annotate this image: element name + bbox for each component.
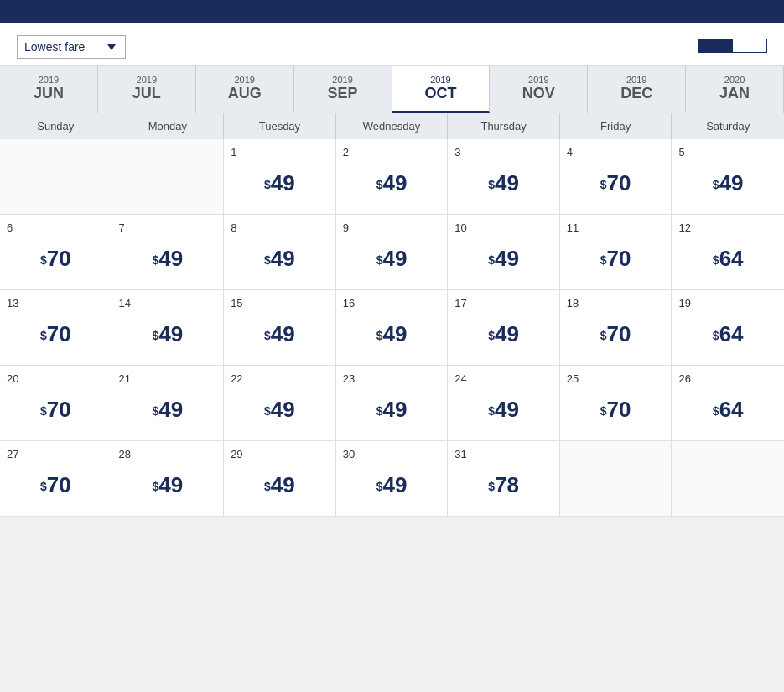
dollar-sign: $	[40, 329, 47, 342]
calendar-day-9[interactable]: 9 $ 49	[336, 215, 449, 290]
calendar-day-14[interactable]: 14 $ 49	[112, 290, 225, 366]
day-price: $ 70	[7, 323, 105, 345]
day-number: 7	[119, 221, 217, 234]
day-number: 14	[119, 297, 217, 310]
price-amount: 49	[158, 247, 183, 269]
tab-month: JUN	[4, 85, 93, 102]
calendar-day-25[interactable]: 25 $ 70	[560, 366, 672, 441]
dollar-sign: $	[264, 253, 271, 267]
points-button[interactable]	[733, 39, 766, 52]
dollar-sign: $	[152, 253, 158, 267]
calendar-day-19[interactable]: 19 $ 64	[672, 290, 784, 366]
price-amount: 70	[47, 474, 71, 496]
calendar-day-17[interactable]: 17 $ 49	[448, 290, 560, 366]
day-price: $ 49	[343, 172, 441, 194]
dollar-sign: $	[376, 404, 383, 418]
day-number: 28	[119, 448, 217, 460]
dollar-sign: $	[152, 329, 158, 342]
month-tab-dec[interactable]: 2019DEC	[588, 66, 686, 113]
day-number: 8	[231, 221, 329, 234]
calendar-day-7[interactable]: 7 $ 49	[112, 215, 225, 290]
calendar-day-22[interactable]: 22 $ 49	[224, 366, 336, 441]
day-number: 9	[343, 221, 441, 234]
day-number: 26	[678, 372, 777, 385]
day-header-thursday: Thursday	[448, 113, 560, 139]
month-tab-jan[interactable]: 2020JAN	[686, 66, 784, 113]
tab-year: 2019	[200, 75, 289, 85]
calendar-day-30[interactable]: 30 $ 49	[336, 441, 449, 517]
month-tab-jul[interactable]: 2019JUL	[98, 66, 196, 113]
day-number: 17	[454, 297, 553, 310]
calendar-day-29[interactable]: 29 $ 49	[224, 441, 336, 517]
dollar-sign: $	[40, 404, 47, 418]
calendar-day-5[interactable]: 5 $ 49	[672, 139, 784, 215]
day-number: 16	[343, 297, 441, 310]
day-price: $ 70	[7, 398, 105, 420]
calendar-day-26[interactable]: 26 $ 64	[672, 366, 784, 441]
month-tab-jun[interactable]: 2019JUN	[0, 66, 98, 113]
tab-month: AUG	[200, 85, 289, 102]
day-header-friday: Friday	[560, 113, 672, 139]
price-amount: 49	[158, 398, 183, 420]
day-number: 3	[454, 146, 553, 159]
calendar-day-23[interactable]: 23 $ 49	[336, 366, 449, 441]
day-number: 12	[678, 221, 777, 234]
calendar-day-15[interactable]: 15 $ 49	[224, 290, 336, 366]
calendar-day-24[interactable]: 24 $ 49	[448, 366, 560, 441]
month-tab-sep[interactable]: 2019SEP	[294, 66, 392, 113]
calendar-wrap: SundayMondayTuesdayWednesdayThursdayFrid…	[0, 113, 784, 517]
calendar-day-13[interactable]: 13 $ 70	[0, 290, 112, 366]
day-number: 2	[343, 146, 441, 159]
day-header-sunday: Sunday	[0, 113, 112, 139]
calendar-empty-cell	[560, 441, 672, 517]
price-amount: 49	[271, 398, 295, 420]
dollar-sign: $	[376, 480, 383, 493]
calendar-day-3[interactable]: 3 $ 49	[448, 139, 560, 215]
price-amount: 49	[719, 172, 744, 194]
dollar-sign: $	[40, 253, 47, 267]
calendar-day-28[interactable]: 28 $ 49	[112, 441, 225, 517]
day-header-saturday: Saturday	[672, 113, 784, 139]
dollar-sign: $	[264, 329, 271, 342]
price-amount: 64	[719, 398, 744, 420]
day-number: 27	[7, 448, 105, 460]
month-tab-oct[interactable]: 2019OCT	[392, 66, 491, 113]
day-number: 11	[567, 221, 665, 234]
calendar-day-2[interactable]: 2 $ 49	[336, 139, 449, 215]
price-amount: 49	[495, 172, 519, 194]
calendar-day-11[interactable]: 11 $ 70	[560, 215, 672, 290]
day-price: $ 64	[678, 323, 777, 345]
day-price: $ 70	[567, 323, 665, 345]
calendar-day-6[interactable]: 6 $ 70	[0, 215, 112, 290]
calendar-day-12[interactable]: 12 $ 64	[672, 215, 784, 290]
month-tab-nov[interactable]: 2019NOV	[490, 66, 588, 113]
calendar-day-21[interactable]: 21 $ 49	[112, 366, 225, 441]
dollar-sign: $	[488, 178, 495, 191]
calendar-day-20[interactable]: 20 $ 70	[0, 366, 112, 441]
dollar-sign: $	[488, 329, 495, 342]
calendar-day-27[interactable]: 27 $ 70	[0, 441, 112, 517]
calendar-day-8[interactable]: 8 $ 49	[224, 215, 336, 290]
day-header-tuesday: Tuesday	[224, 113, 336, 139]
day-price: $ 64	[678, 247, 777, 269]
calendar-day-18[interactable]: 18 $ 70	[560, 290, 672, 366]
dollar-button[interactable]	[699, 39, 733, 52]
price-amount: 78	[495, 474, 519, 496]
tab-year: 2020	[690, 75, 779, 85]
fare-select-wrap: Lowest fare Refundable	[17, 35, 116, 59]
day-price: $ 49	[678, 172, 777, 194]
calendar-day-1[interactable]: 1 $ 49	[224, 139, 336, 215]
fare-type-select[interactable]: Lowest fare Refundable	[17, 35, 126, 59]
month-tab-aug[interactable]: 2019AUG	[196, 66, 294, 113]
calendar-day-4[interactable]: 4 $ 70	[560, 139, 672, 215]
calendar-empty-cell	[0, 139, 112, 215]
calendar-day-10[interactable]: 10 $ 49	[448, 215, 560, 290]
price-amount: 49	[158, 323, 183, 345]
calendar-day-16[interactable]: 16 $ 49	[336, 290, 449, 366]
day-number: 31	[454, 448, 553, 460]
month-tabs: 2019JUN2019JUL2019AUG2019SEP2019OCT2019N…	[0, 66, 784, 113]
calendar-day-31[interactable]: 31 $ 78	[448, 441, 560, 517]
day-price: $ 49	[231, 172, 329, 194]
tab-year: 2019	[4, 75, 93, 85]
calendar-empty-cell	[672, 441, 784, 517]
